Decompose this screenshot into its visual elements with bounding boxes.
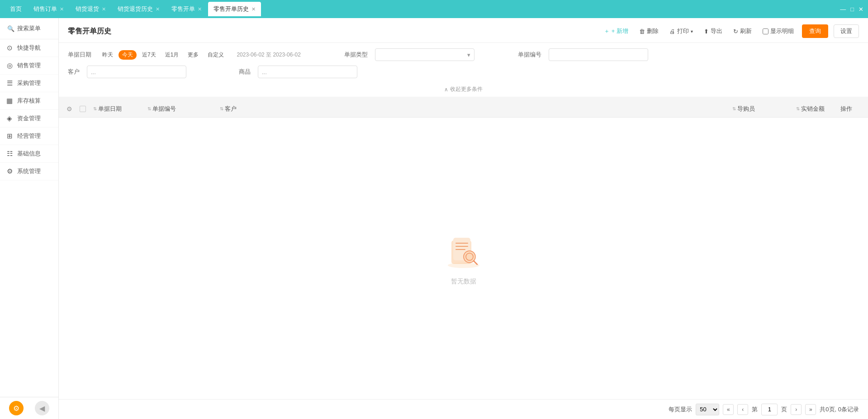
toolbar: ＋ + 新增 🗑 删除 🖨 打印 ▾ ⬆ 导出 ↻ [601,24,859,38]
chevron-down-icon: ▾ [467,52,470,58]
goods-label: 商品 [239,68,251,76]
date-btn-today[interactable]: 今天 [119,50,137,60]
sort-icon[interactable]: ⇅ [796,106,800,111]
sidebar-item-label: 采购管理 [17,79,41,87]
per-page-label: 每页显示 [669,405,692,414]
order-type-select[interactable]: ▾ [375,48,474,61]
next-page-button[interactable]: › [791,404,802,415]
delete-button[interactable]: 🗑 删除 [636,25,661,37]
window-max-button[interactable]: □ [850,6,854,13]
goods-input[interactable]: ... [258,66,357,78]
sidebar-item-label: 销售管理 [17,61,41,70]
page-label-after: 页 [781,405,787,414]
display-detail-button[interactable]: 显示明细 [760,25,797,37]
query-button[interactable]: 查询 [802,24,828,38]
date-btn-1month[interactable]: 近1月 [161,50,183,60]
sidebar-item-system[interactable]: ⚙ 系统管理 [0,163,58,180]
print-button[interactable]: 🖨 打印 ▾ [667,25,696,37]
purchase-icon: ☰ [5,79,14,87]
sidebar-item-basic-info[interactable]: ☷ 基础信息 [0,145,58,163]
sort-icon[interactable]: ⇅ [732,106,736,111]
close-icon[interactable]: ✕ [102,6,106,12]
page-number-input[interactable] [761,404,778,415]
close-icon[interactable]: ✕ [198,6,202,12]
sidebar-nav: ⊙ 快捷导航 ◎ 销售管理 ☰ 采购管理 ▦ 库存核算 ◈ 资金管理 ⊞ 经营管… [0,39,58,397]
content-area: 零售开单历史 ＋ + 新增 🗑 删除 🖨 打印 ▾ ⬆ 导出 [59,18,868,419]
empty-text: 暂无数据 [451,278,476,286]
table-settings-icon[interactable]: ⚙ [66,105,72,113]
settings-form-button[interactable]: 设置 [834,24,859,38]
collapse-bar[interactable]: ∧ 收起更多条件 [68,83,859,97]
tab-sales-order[interactable]: 销售订单 ✕ [28,2,69,16]
sort-icon[interactable]: ⇅ [93,106,97,111]
per-page-select[interactable]: 10 20 50 100 [696,404,719,415]
chevron-down-icon: ▾ [691,29,693,34]
sidebar-item-label: 库存核算 [17,97,41,105]
export-icon: ⬆ [704,28,709,35]
sidebar-item-inventory[interactable]: ▦ 库存核算 [0,92,58,110]
sidebar-search-item[interactable]: 🔍 搜索菜单 [4,22,55,35]
system-icon: ⚙ [5,167,14,175]
content-main: 单据日期 昨天 今天 近7天 近1月 更多 自定义 2023-06-02 至 2… [59,43,868,419]
refresh-button[interactable]: ↻ 刷新 [730,25,754,37]
sidebar-item-label: 资金管理 [17,114,41,122]
th-checkbox[interactable] [76,106,90,112]
window-close-button[interactable]: ✕ [859,6,863,13]
export-button[interactable]: ⬆ 导出 [701,25,725,37]
order-num-input[interactable] [549,48,648,61]
empty-state: 暂无数据 [59,118,868,399]
filter-row-1: 单据日期 昨天 今天 近7天 近1月 更多 自定义 2023-06-02 至 2… [68,48,859,61]
window-controls: — □ ✕ [840,6,863,13]
first-page-button[interactable]: « [723,404,734,415]
sort-icon[interactable]: ⇅ [220,106,223,111]
th-settings[interactable]: ⚙ [62,105,76,113]
th-date: ⇅ 单据日期 [90,105,144,113]
page-header: 零售开单历史 ＋ + 新增 🗑 删除 🖨 打印 ▾ ⬆ 导出 [59,18,868,43]
tab-retail-order[interactable]: 零售开单 ✕ [166,2,207,16]
sidebar-item-shortcut[interactable]: ⊙ 快捷导航 [0,39,58,57]
customer-input[interactable]: ... [87,66,186,78]
close-icon[interactable]: ✕ [156,6,160,12]
sidebar-search-section: 🔍 搜索菜单 [0,18,58,39]
sidebar-search-label: 搜索菜单 [17,24,41,33]
close-icon[interactable]: ✕ [60,6,64,12]
tab-sales-return-history[interactable]: 销货退货历史 ✕ [112,2,165,16]
sidebar-item-purchase[interactable]: ☰ 采购管理 [0,75,58,92]
collapse-sidebar-button[interactable]: ◀ [35,401,49,415]
customer-dots: ... [91,69,96,75]
sidebar-item-label: 快捷导航 [17,44,41,52]
sidebar: 🔍 搜索菜单 ⊙ 快捷导航 ◎ 销售管理 ☰ 采购管理 ▦ 库存核算 ◈ [0,18,59,419]
main-layout: 🔍 搜索菜单 ⊙ 快捷导航 ◎ 销售管理 ☰ 采购管理 ▦ 库存核算 ◈ [0,18,868,419]
sidebar-item-sales[interactable]: ◎ 销售管理 [0,57,58,75]
shortcut-icon: ⊙ [5,44,14,52]
settings-button[interactable]: ⚙ [9,401,24,415]
table-container: ⚙ ⇅ 单据日期 ⇅ 单据编号 ⇅ 客户 [59,100,868,419]
close-icon[interactable]: ✕ [251,6,256,12]
last-page-button[interactable]: » [805,404,816,415]
select-all-checkbox[interactable] [80,106,86,112]
th-guide: ⇅ 导购员 [729,105,774,113]
arrow-left-icon: ◀ [39,404,45,413]
new-button[interactable]: ＋ + 新增 [601,25,631,37]
tab-sales-return[interactable]: 销货退货 ✕ [70,2,111,16]
tab-retail-order-history[interactable]: 零售开单历史 ✕ [208,2,261,16]
print-icon: 🖨 [669,28,675,35]
date-btn-more[interactable]: 更多 [184,50,202,60]
window-min-button[interactable]: — [840,6,846,13]
filter-row-2: 客户 ... 商品 ... [68,66,859,78]
tab-list: 首页 销售订单 ✕ 销货退货 ✕ 销货退货历史 ✕ 零售开单 ✕ 零售开单历史 … [5,2,840,16]
sidebar-item-operations[interactable]: ⊞ 经营管理 [0,127,58,145]
filter-area: 单据日期 昨天 今天 近7天 近1月 更多 自定义 2023-06-02 至 2… [59,43,868,97]
tab-home[interactable]: 首页 [5,2,27,16]
date-btn-yesterday[interactable]: 昨天 [99,50,117,60]
sidebar-item-finance[interactable]: ◈ 资金管理 [0,110,58,127]
date-btn-7days[interactable]: 近7天 [138,50,160,60]
th-order-num: ⇅ 单据编号 [144,105,216,113]
refresh-icon: ↻ [733,28,738,35]
prev-page-button[interactable]: ‹ [737,404,748,415]
sort-icon[interactable]: ⇅ [147,106,151,111]
date-btn-custom[interactable]: 自定义 [204,50,228,60]
display-checkbox[interactable] [763,28,768,34]
chevron-up-icon: ∧ [444,86,448,93]
table-header: ⚙ ⇅ 单据日期 ⇅ 单据编号 ⇅ 客户 [59,100,868,118]
